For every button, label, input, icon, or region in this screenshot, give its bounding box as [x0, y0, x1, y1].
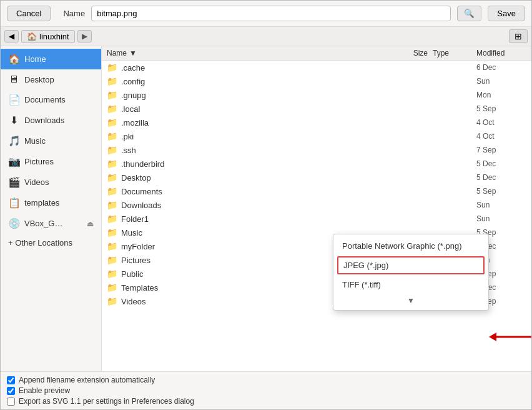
folder-icon: 📁 [107, 159, 117, 169]
search-icon: 🔍 [464, 9, 475, 18]
table-row[interactable]: 📁 Desktop 5 Dec [102, 171, 531, 184]
sidebar-item-pictures[interactable]: 📷 Pictures [1, 151, 101, 172]
table-row[interactable]: 📁 .local 5 Sep [102, 102, 531, 116]
append-extension-checkbox[interactable] [7, 376, 15, 384]
file-name: .ssh [121, 146, 395, 155]
dialog-header: Cancel Name 🔍 Save [1, 1, 531, 27]
sidebar-item-downloads[interactable]: ⬇ Downloads [1, 110, 101, 131]
col-modified-header: Modified [476, 49, 526, 58]
enable-preview-row[interactable]: Enable preview [7, 386, 525, 395]
sidebar-item-label: Pictures [24, 157, 54, 166]
table-row[interactable]: 📁 .pki 4 Oct [102, 129, 531, 143]
back-button[interactable]: ◀ [4, 30, 19, 42]
sidebar-item-label: templates [24, 198, 59, 208]
append-extension-row[interactable]: Append filename extension automatically [7, 376, 525, 384]
enable-preview-label: Enable preview [19, 386, 70, 395]
folder-icon: 📁 [107, 228, 117, 238]
save-button[interactable]: Save [488, 6, 525, 21]
table-row[interactable]: 📁 Folder1 Sun [102, 212, 531, 226]
folder-icon: 📁 [107, 90, 117, 100]
sidebar-item-label: Documents [24, 95, 66, 104]
arrow-annotation [489, 328, 531, 348]
table-row[interactable]: 📁 .config Sun [102, 74, 531, 88]
col-name-header[interactable]: Name ▼ [107, 49, 395, 58]
file-modified: 5 Sep [476, 104, 526, 113]
file-modified: Sun [476, 201, 526, 209]
file-name: Documents [121, 187, 395, 196]
table-row[interactable]: 📁 .ssh 7 Sep [102, 143, 531, 157]
bottom-bar: Append filename extension automatically … [1, 371, 531, 409]
folder-icon: 📁 [107, 269, 117, 279]
filename-input[interactable] [91, 6, 451, 21]
new-folder-icon: ⊞ [515, 31, 522, 41]
sidebar-item-home[interactable]: 🏠 Home [1, 49, 101, 69]
file-modified: Sun [476, 77, 526, 86]
file-modified: 7 Sep [476, 146, 526, 154]
file-modified: Sun [476, 214, 526, 223]
folder-icon: 📁 [107, 104, 117, 114]
sidebar-item-documents[interactable]: 📄 Documents [1, 89, 101, 110]
sidebar-item-desktop[interactable]: 🖥 Desktop [1, 69, 101, 89]
sidebar-item-label: Music [24, 136, 46, 146]
enable-preview-checkbox[interactable] [7, 387, 15, 395]
videos-icon: 🎬 [8, 176, 19, 188]
export-svg-checkbox[interactable] [7, 398, 15, 406]
sidebar-item-videos[interactable]: 🎬 Videos [1, 172, 101, 192]
downloads-icon: ⬇ [8, 114, 19, 126]
desktop-icon: 🖥 [8, 74, 19, 85]
file-name: .mozilla [121, 118, 395, 128]
file-name: Desktop [121, 173, 395, 182]
file-modified: 5 Sep [476, 187, 526, 196]
file-name: Downloads [121, 201, 395, 210]
export-svg-row[interactable]: Export as SVG 1.1 per settings in Prefer… [7, 397, 525, 406]
folder-icon: 📁 [107, 118, 117, 128]
main-body: 🏠 Home 🖥 Desktop 📄 Documents ⬇ Downloads… [1, 46, 531, 371]
sidebar-item-templates[interactable]: 📋 templates [1, 192, 101, 213]
templates-icon: 📋 [8, 197, 19, 209]
sort-icon: ▼ [129, 49, 137, 58]
sidebar-item-vbox[interactable]: 💿 VBox_G… ⏏ [1, 213, 101, 234]
eject-button[interactable]: ⏏ [87, 219, 94, 228]
documents-icon: 📄 [8, 94, 19, 106]
table-row[interactable]: 📁 .cache 6 Dec [102, 61, 531, 74]
file-name: .thunderbird [121, 159, 395, 169]
dropdown-item-jpg[interactable]: JPEG (*.jpg) [337, 256, 485, 274]
dropdown-expand-icon[interactable]: ▼ [333, 294, 488, 308]
table-row[interactable]: 📁 Downloads Sun [102, 198, 531, 212]
home-icon: 🏠 [27, 32, 37, 41]
file-name: .local [121, 104, 395, 114]
forward-button[interactable]: ▶ [77, 30, 92, 42]
sidebar-item-music[interactable]: 🎵 Music [1, 131, 101, 151]
sidebar-item-other-locations[interactable]: + Other Locations [1, 234, 101, 252]
table-row[interactable]: 📁 .thunderbird 5 Dec [102, 157, 531, 171]
folder-icon: 📁 [107, 296, 117, 306]
format-dropdown[interactable]: Portable Network Graphic (*.png) JPEG (*… [333, 234, 489, 311]
sidebar-item-label: Videos [24, 178, 49, 187]
sidebar-item-label: Desktop [24, 75, 54, 84]
pictures-icon: 📷 [8, 156, 19, 168]
dropdown-item-png[interactable]: Portable Network Graphic (*.png) [333, 237, 488, 255]
sidebar: 🏠 Home 🖥 Desktop 📄 Documents ⬇ Downloads… [1, 46, 102, 371]
table-row[interactable]: 📁 .gnupg Mon [102, 88, 531, 102]
file-name: .pki [121, 132, 395, 141]
new-folder-button[interactable]: ⊞ [509, 29, 528, 43]
file-modified: 4 Oct [476, 118, 526, 127]
append-extension-label: Append filename extension automatically [19, 376, 155, 384]
folder-icon: 📁 [107, 282, 117, 292]
save-dialog: Cancel Name 🔍 Save ◀ 🏠 linuxhint ▶ ⊞ 🏠 H [0, 0, 532, 410]
table-row[interactable]: 📁 Documents 5 Sep [102, 184, 531, 198]
sidebar-item-label: Downloads [24, 116, 64, 125]
folder-icon: 📁 [107, 200, 117, 210]
cancel-button[interactable]: Cancel [7, 6, 51, 21]
dropdown-item-tiff[interactable]: TIFF (*.tiff) [333, 276, 488, 294]
folder-icon: 📁 [107, 76, 117, 86]
table-row[interactable]: 📁 .mozilla 4 Oct [102, 116, 531, 129]
breadcrumb-home[interactable]: 🏠 linuxhint [21, 30, 75, 43]
folder-icon: 📁 [107, 131, 117, 141]
file-modified: 5 Dec [476, 159, 526, 168]
file-modified: Mon [476, 91, 526, 99]
file-name: .config [121, 77, 395, 86]
search-button[interactable]: 🔍 [457, 6, 481, 21]
breadcrumb-location: linuxhint [39, 32, 69, 41]
device-icon: 💿 [8, 218, 19, 229]
